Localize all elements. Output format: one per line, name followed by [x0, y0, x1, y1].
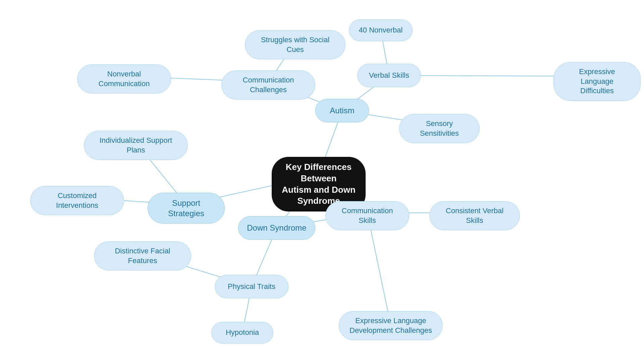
node-label-nonverbal40: 40 Nonverbal — [359, 25, 403, 35]
node-label-nonverbalComm: Nonverbal Communication — [86, 69, 163, 88]
node-label-autism: Autism — [330, 105, 354, 116]
node-physicalTraits: Physical Traits — [215, 275, 288, 298]
node-label-verbalSkills: Verbal Skills — [369, 71, 409, 80]
node-label-supportStrategies: Support Strategies — [156, 198, 216, 219]
node-label-strugglesSocialCues: Struggles with Social Cues — [253, 35, 337, 54]
node-expressiveLangDiff: Expressive Language Difficulties — [553, 62, 641, 101]
node-label-customizedInterventions: Customized Interventions — [39, 191, 116, 210]
node-nonverbalComm: Nonverbal Communication — [77, 64, 171, 94]
node-downSyndrome: Down Syndrome — [238, 216, 315, 240]
node-verbalSkills: Verbal Skills — [357, 64, 421, 87]
node-label-hypotonia: Hypotonia — [226, 328, 259, 338]
node-commSkills: Communication Skills — [325, 201, 409, 230]
node-expressiveLangDev: Expressive Language Development Challeng… — [339, 311, 443, 340]
node-label-center: Key Differences Between Autism and Down … — [280, 162, 358, 207]
node-label-commChallenges: Communication Challenges — [230, 75, 307, 95]
node-customizedInterventions: Customized Interventions — [30, 186, 124, 215]
node-hypotonia: Hypotonia — [211, 322, 273, 344]
node-consistentVerbal: Consistent Verbal Skills — [429, 201, 520, 230]
node-label-distinctiveFacial: Distinctive Facial Features — [102, 246, 183, 265]
node-label-expressiveLangDiff: Expressive Language Difficulties — [562, 67, 632, 96]
node-label-expressiveLangDev: Expressive Language Development Challeng… — [350, 316, 432, 335]
node-commChallenges: Communication Challenges — [221, 70, 315, 100]
node-label-downSyndrome: Down Syndrome — [247, 223, 306, 233]
node-strugglesSocialCues: Struggles with Social Cues — [245, 30, 345, 59]
node-individualizedPlans: Individualized Support Plans — [84, 131, 188, 160]
node-label-commSkills: Communication Skills — [334, 206, 401, 225]
node-label-physicalTraits: Physical Traits — [228, 282, 275, 292]
node-label-individualizedPlans: Individualized Support Plans — [92, 136, 179, 155]
node-nonverbal40: 40 Nonverbal — [349, 19, 413, 41]
node-label-sensorySensitivities: Sensory Sensitivities — [408, 119, 471, 138]
node-autism: Autism — [315, 99, 369, 122]
node-distinctiveFacial: Distinctive Facial Features — [94, 241, 191, 270]
node-label-consistentVerbal: Consistent Verbal Skills — [438, 206, 512, 225]
node-sensorySensitivities: Sensory Sensitivities — [399, 114, 480, 143]
node-supportStrategies: Support Strategies — [148, 193, 225, 224]
